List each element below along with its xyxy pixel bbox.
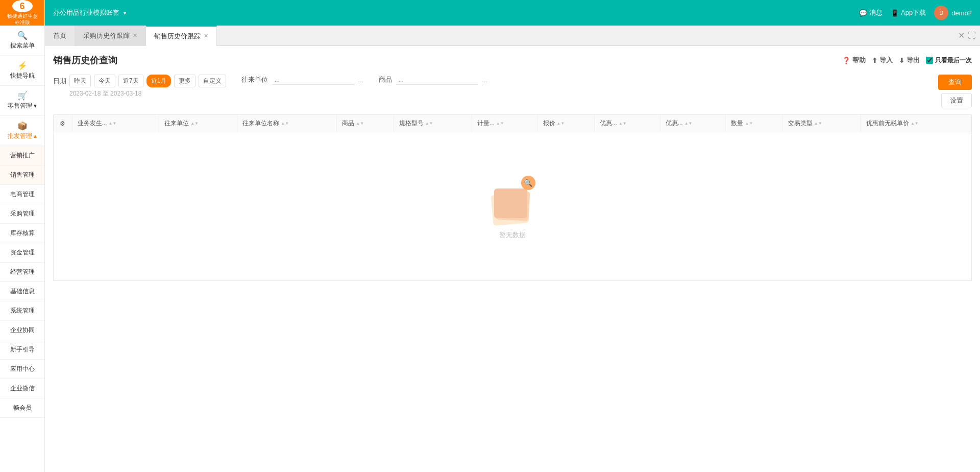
sidebar-item-management[interactable]: 经营管理 <box>0 263 44 282</box>
sidebar-item-nav[interactable]: ⚡ 快捷导航 <box>0 56 44 86</box>
empty-state: 🔍 暂无数据 <box>54 132 971 280</box>
customer-filter: 往来单位 ... <box>241 75 363 85</box>
dropdown-arrow-icon[interactable]: ▾ <box>124 10 126 16</box>
col-trade-type[interactable]: 交易类型 ▲▼ <box>782 115 861 132</box>
sidebar-item-retail[interactable]: 🛒 零售管理 ▾ <box>0 86 44 116</box>
date-btn-today[interactable]: 今天 <box>94 75 115 87</box>
tab-sales[interactable]: 销售历史价跟踪 ✕ <box>146 26 217 46</box>
col-spec[interactable]: 规格型号 ▲▼ <box>394 115 472 132</box>
table-body: 🔍 暂无数据 <box>54 132 971 281</box>
date-btn-more[interactable]: 更多 <box>174 75 195 87</box>
export-btn[interactable]: ⬇ 导出 <box>899 56 920 65</box>
query-button[interactable]: 查询 <box>938 75 972 90</box>
product-input[interactable] <box>396 75 478 85</box>
col-business-date[interactable]: 业务发生... ▲▼ <box>72 115 159 132</box>
download-icon: 📱 <box>891 9 899 17</box>
app-download-btn[interactable]: 📱 App下载 <box>891 8 926 17</box>
sort-icon: ▲▼ <box>109 121 117 126</box>
col-qty[interactable]: 数量 ▲▼ <box>726 115 782 132</box>
product-dots: ... <box>482 76 487 84</box>
sidebar-item-label: 企业微信 <box>10 385 35 392</box>
customer-label: 往来单位 <box>241 75 268 84</box>
sidebar-item-sales[interactable]: 销售管理 <box>0 166 44 185</box>
tab-home[interactable]: 首页 <box>45 26 75 46</box>
sidebar-item-wechat[interactable]: 企业微信 <box>0 379 44 398</box>
header-left: 办公用品行业模拟账套 ▾ <box>53 8 126 17</box>
table: ⚙ 业务发生... ▲▼ 往来单位 <box>54 115 971 280</box>
data-table: ⚙ 业务发生... ▲▼ 往来单位 <box>53 114 972 281</box>
sidebar-item-basic[interactable]: 基础信息 <box>0 282 44 301</box>
sidebar-item-marketing[interactable]: 营销推广 <box>0 146 44 166</box>
col-discount1[interactable]: 优惠... ▲▼ <box>594 115 660 132</box>
customer-input[interactable] <box>272 75 354 85</box>
sidebar-item-ecommerce[interactable]: 电商管理 <box>0 185 44 204</box>
tab-bar: 首页 采购历史价跟踪 ✕ 销售历史价跟踪 ✕ ✕ ⛶ <box>45 26 980 46</box>
message-icon: 💬 <box>859 9 867 17</box>
import-btn[interactable]: ⬆ 导入 <box>872 56 893 65</box>
date-btn-1month[interactable]: 近1月 <box>146 75 172 87</box>
sidebar-item-label: 快捷导航 <box>10 72 35 79</box>
tab-actions: ✕ ⛶ <box>954 31 980 40</box>
page-title: 销售历史价查询 <box>53 54 117 66</box>
empty-icon: 🔍 <box>487 173 538 224</box>
page-actions: ❓ 帮助 ⬆ 导入 ⬇ 导出 只看最后一次 <box>842 56 972 65</box>
tab-purchase-label: 采购历史价跟踪 <box>83 31 130 40</box>
table-header-row: ⚙ 业务发生... ▲▼ 往来单位 <box>54 115 971 132</box>
col-discount2[interactable]: 优惠... ▲▼ <box>660 115 726 132</box>
col-customer-code[interactable]: 往来单位 ▲▼ <box>159 115 237 132</box>
sidebar-item-purchase[interactable]: 采购管理 <box>0 204 44 224</box>
sort-icon: ▲▼ <box>356 121 364 126</box>
tab-sales-label: 销售历史价跟踪 <box>154 32 201 41</box>
content-area: 销售历史价查询 ❓ 帮助 ⬆ 导入 ⬇ 导出 <box>45 46 980 472</box>
col-product[interactable]: 商品 ▲▼ <box>337 115 394 132</box>
col-pretax-price[interactable]: 优惠前无税单价 ▲▼ <box>861 115 971 132</box>
col-price[interactable]: 报价 ▲▼ <box>537 115 594 132</box>
sidebar-item-system[interactable]: 系统管理 <box>0 301 44 321</box>
date-btn-7days[interactable]: 近7天 <box>118 75 143 87</box>
date-btn-yesterday[interactable]: 昨天 <box>69 75 91 87</box>
only-last-checkbox-label[interactable]: 只看最后一次 <box>926 56 972 65</box>
user-info[interactable]: D demo2 <box>934 6 972 20</box>
sidebar-item-label: 零售管理 ▾ <box>8 102 37 109</box>
sidebar-item-inventory[interactable]: 库存核算 <box>0 224 44 243</box>
product-filter: 商品 ... <box>379 75 487 85</box>
settings-button[interactable]: 设置 <box>941 93 972 108</box>
sidebar-item-label: 营销推广 <box>10 152 35 159</box>
sort-icon: ▲▼ <box>814 121 822 126</box>
help-btn[interactable]: ❓ 帮助 <box>842 56 866 65</box>
message-btn[interactable]: 💬 消息 <box>859 8 883 17</box>
sidebar-item-label: 批发管理 ▴ <box>8 132 37 139</box>
sidebar-item-wholesale[interactable]: 📦 批发管理 ▴ <box>0 116 44 146</box>
only-last-checkbox[interactable] <box>926 57 933 64</box>
app-logo[interactable]: 6 畅捷通好生意 标准版 <box>0 0 44 26</box>
date-filter: 日期 昨天 今天 近7天 近1月 更多 自定义 2023-02-18 至 202… <box>53 75 226 98</box>
col-unit[interactable]: 计量... ▲▼ <box>472 115 537 132</box>
date-range-display: 2023-02-18 至 2023-03-18 <box>53 89 226 98</box>
tab-maximize-btn[interactable]: ⛶ <box>968 31 976 40</box>
dropdown-label[interactable]: 办公用品行业模拟账套 <box>53 8 119 17</box>
col-customer-name[interactable]: 往来单位名称 ▲▼ <box>237 115 337 132</box>
product-label: 商品 <box>379 75 392 84</box>
sort-icon: ▲▼ <box>281 121 289 126</box>
sidebar-item-member[interactable]: 畅会员 <box>0 398 44 418</box>
tab-purchase-close[interactable]: ✕ <box>133 32 137 39</box>
sort-icon: ▲▼ <box>684 121 693 126</box>
tab-sales-close[interactable]: ✕ <box>204 33 208 39</box>
empty-text: 暂无数据 <box>499 230 526 240</box>
top-header: 办公用品行业模拟账套 ▾ 💬 消息 📱 App下载 D demo2 <box>45 0 980 26</box>
header-right: 💬 消息 📱 App下载 D demo2 <box>859 6 972 20</box>
sidebar-item-apps[interactable]: 应用中心 <box>0 360 44 379</box>
sidebar-item-label: 库存核算 <box>10 229 35 237</box>
sidebar-item-finance[interactable]: 资金管理 <box>0 243 44 263</box>
date-btn-custom[interactable]: 自定义 <box>199 75 226 87</box>
sidebar-item-collab[interactable]: 企业协同 <box>0 321 44 340</box>
sidebar-item-label: 基础信息 <box>10 288 35 295</box>
sidebar-item-label: 经营管理 <box>10 268 35 275</box>
sort-icon: ▲▼ <box>557 121 565 126</box>
tab-purchase[interactable]: 采购历史价跟踪 ✕ <box>75 26 146 46</box>
tab-close-all-btn[interactable]: ✕ <box>958 31 965 40</box>
gear-icon[interactable]: ⚙ <box>60 120 65 127</box>
sidebar-item-guide[interactable]: 新手引导 <box>0 340 44 360</box>
sidebar-item-label: 销售管理 <box>10 171 35 178</box>
sidebar-item-search[interactable]: 🔍 搜索菜单 <box>0 26 44 56</box>
